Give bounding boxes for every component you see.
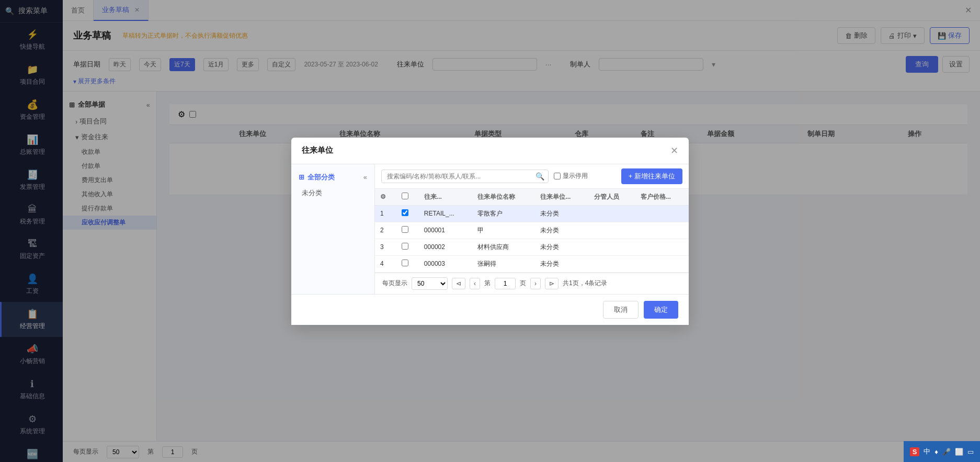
status-s-icon: S	[910, 447, 920, 456]
per-page-label: 每页显示	[382, 279, 407, 288]
row-checkbox[interactable]	[396, 255, 419, 272]
search-icon[interactable]: 🔍	[535, 172, 544, 181]
show-disabled-checkbox[interactable]	[554, 173, 561, 179]
row-code: 000001	[419, 222, 472, 239]
row-price	[635, 239, 689, 255]
row-select-cb[interactable]	[402, 260, 408, 266]
row-name: 材料供应商	[472, 239, 535, 255]
row-price	[635, 205, 689, 222]
confirm-button[interactable]: 确定	[644, 301, 678, 319]
row-code: RETAIL_...	[419, 205, 472, 222]
page-total: 共1页，4条记录	[563, 279, 607, 288]
add-partner-button[interactable]: + 新增往来单位	[621, 168, 682, 184]
partners-table: ⚙ 往来... 往来单位名称 往来单位... 分管人员 客户价格... 1 RE…	[375, 189, 689, 273]
tree-item-uncategorized[interactable]: 未分类	[291, 185, 374, 201]
pagination: 每页显示 50 100 ⊲ ‹ 第 页 › ⊳ 共1页，4条记录	[375, 273, 689, 294]
page-label: 第	[484, 279, 491, 288]
row-select-cb[interactable]	[402, 209, 408, 216]
col-code: 往来...	[419, 189, 472, 206]
row-category: 未分类	[535, 205, 588, 222]
row-name: 零散客户	[472, 205, 535, 222]
col-name: 往来单位名称	[472, 189, 535, 206]
per-page-select[interactable]: 50 100	[412, 277, 448, 290]
row-manager	[589, 222, 635, 239]
row-category: 未分类	[535, 222, 588, 239]
settings-icon: ⚙	[380, 193, 386, 200]
select-all-cb[interactable]	[402, 193, 408, 199]
row-num: 3	[375, 239, 396, 255]
col-checkbox	[396, 189, 419, 206]
row-code: 000002	[419, 239, 472, 255]
col-category: 往来单位...	[535, 189, 588, 206]
row-select-cb[interactable]	[402, 243, 408, 250]
page-next-button[interactable]: ›	[530, 278, 541, 289]
statusbar: S 中 ♦ 🎤 ⬜ ▭	[904, 441, 980, 462]
table-row[interactable]: 1 RETAIL_... 零散客户 未分类	[375, 205, 689, 222]
dialog-header: 往来单位 ✕	[291, 138, 689, 164]
status-dot-icon: ♦	[935, 448, 938, 456]
page-last-button[interactable]: ⊳	[545, 278, 559, 289]
row-select-cb[interactable]	[402, 226, 408, 233]
show-disabled-label[interactable]: 显示停用	[554, 172, 588, 181]
row-price	[635, 255, 689, 272]
page-input[interactable]	[495, 278, 516, 289]
page-prev-button[interactable]: ‹	[470, 278, 480, 289]
row-code: 000003	[419, 255, 472, 272]
row-category: 未分类	[535, 255, 588, 272]
row-name: 张嗣得	[472, 255, 535, 272]
table-panel: 🔍 显示停用 + 新增往来单位 ⚙ 往来... 往来单位名称	[375, 164, 689, 294]
status-mic-icon: 🎤	[942, 448, 951, 456]
col-manager: 分管人员	[589, 189, 635, 206]
dialog-body: ⊞ 全部分类 « 未分类 🔍 显示停用 + 新增往来单位	[291, 164, 689, 294]
row-num: 1	[375, 205, 396, 222]
search-input[interactable]	[381, 170, 549, 183]
row-manager	[589, 205, 635, 222]
row-checkbox[interactable]	[396, 222, 419, 239]
row-num: 2	[375, 222, 396, 239]
table-row[interactable]: 3 000002 材料供应商 未分类	[375, 239, 689, 255]
table-toolbar: 🔍 显示停用 + 新增往来单位	[375, 164, 689, 189]
dialog-table-scroll[interactable]: ⚙ 往来... 往来单位名称 往来单位... 分管人员 客户价格... 1 RE…	[375, 189, 689, 273]
partner-dialog: 往来单位 ✕ ⊞ 全部分类 « 未分类 🔍 显示停用	[291, 138, 689, 325]
page-first-button[interactable]: ⊲	[452, 278, 465, 289]
row-checkbox[interactable]	[396, 205, 419, 222]
dialog-footer: 取消 确定	[291, 294, 689, 325]
row-category: 未分类	[535, 239, 588, 255]
status-rect-icon: ▭	[967, 448, 974, 456]
grid-icon: ⊞	[299, 173, 304, 181]
show-disabled-text: 显示停用	[563, 172, 588, 181]
uncategorized-label: 未分类	[302, 189, 322, 197]
col-settings: ⚙	[375, 189, 396, 206]
tree-collapse-icon[interactable]: «	[363, 173, 367, 181]
row-manager	[589, 255, 635, 272]
tree-panel: ⊞ 全部分类 « 未分类	[291, 164, 375, 294]
row-num: 4	[375, 255, 396, 272]
tree-all-categories[interactable]: ⊞ 全部分类 «	[291, 170, 374, 185]
row-price	[635, 222, 689, 239]
table-row[interactable]: 4 000003 张嗣得 未分类	[375, 255, 689, 272]
table-row[interactable]: 2 000001 甲 未分类	[375, 222, 689, 239]
row-name: 甲	[472, 222, 535, 239]
dialog-title: 往来单位	[302, 145, 333, 155]
status-box-icon: ⬜	[955, 448, 963, 456]
row-checkbox[interactable]	[396, 239, 419, 255]
all-categories-label: 全部分类	[307, 173, 335, 182]
page-suffix: 页	[520, 279, 526, 288]
col-price: 客户价格...	[635, 189, 689, 206]
search-wrap: 🔍	[381, 170, 549, 183]
row-manager	[589, 239, 635, 255]
dialog-close-icon[interactable]: ✕	[670, 145, 678, 156]
status-zh-icon: 中	[924, 447, 930, 456]
cancel-button[interactable]: 取消	[603, 301, 639, 319]
